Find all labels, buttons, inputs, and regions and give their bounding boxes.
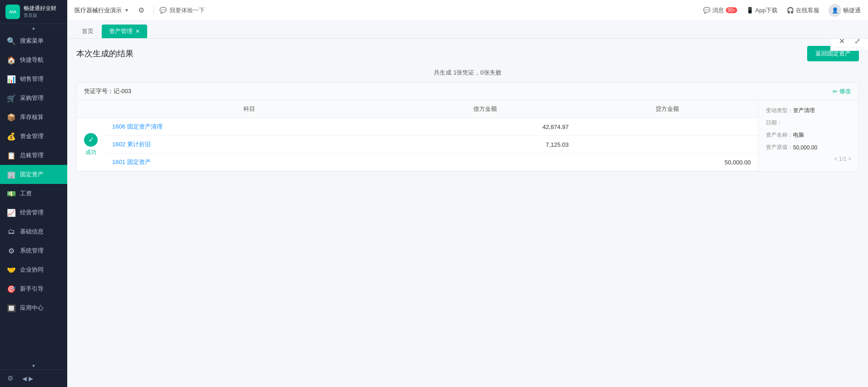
- summary-text: 共生成 1张凭证，0张失败: [434, 69, 501, 76]
- feedback-button[interactable]: 💬 我要体验一下: [159, 6, 205, 15]
- sidebar-item-enterprise[interactable]: 🤝 企业协同: [0, 260, 67, 279]
- main-area: 医疗器械行业演示 ▼ ⚙ 💬 我要体验一下 💬 消息 99+ 📱 App下载 🎧…: [67, 0, 868, 387]
- credit-2: [576, 136, 758, 154]
- change-type-label: 变动类型：: [766, 107, 793, 114]
- enterprise-icon: 🤝: [7, 266, 15, 274]
- sidebar-item-system[interactable]: ⚙ 系统管理: [0, 241, 67, 260]
- sidebar-bottom: ⚙ ◀ ▶: [0, 369, 67, 387]
- sidebar-item-guide[interactable]: 🎯 新手引导: [0, 279, 67, 298]
- voucher-body: 科目 借方金额 贷方金额 ✓ 成功: [77, 100, 858, 171]
- voucher-header: 凭证字号：记-003 ✏ 修改: [77, 83, 858, 100]
- panel-controls: ✕ ⤢: [830, 39, 868, 51]
- sidebar-item-label-sales: 销售管理: [20, 75, 44, 83]
- sidebar-scroll-down[interactable]: ▼: [0, 362, 67, 369]
- workspace-dropdown-icon[interactable]: ▼: [124, 8, 129, 13]
- sidebar-item-label-system: 系统管理: [20, 247, 44, 255]
- prev-page-icon[interactable]: <: [834, 156, 838, 162]
- user-profile[interactable]: 👤 畅捷通: [828, 4, 861, 17]
- app-logo: AtA 畅捷通好业财 普及版: [0, 0, 67, 24]
- sidebar-item-purchase[interactable]: 🛒 采购管理: [0, 89, 67, 108]
- workspace-name: 医疗器械行业演示: [74, 6, 122, 15]
- sidebar-item-salary[interactable]: 💵 工资: [0, 184, 67, 203]
- collapse-sidebar-icon[interactable]: ◀ ▶: [22, 375, 33, 382]
- tab-close-icon[interactable]: ✕: [135, 28, 140, 35]
- voucher-side-panel: 变动类型： 资产清理 日期： 资产名称： 电脑 资产原值： 50,000.00: [759, 100, 858, 171]
- sidebar-item-label-capital: 资金管理: [20, 132, 44, 140]
- page-header: 本次生成的结果 返回固定资产: [76, 46, 859, 61]
- settings-bottom-icon[interactable]: ⚙: [7, 374, 13, 382]
- account-3: 1601 固定资产: [105, 154, 394, 171]
- capital-icon: 💰: [7, 132, 15, 140]
- sidebar-item-inventory[interactable]: 📦 库存核算: [0, 108, 67, 127]
- expand-panel-button[interactable]: ⤢: [851, 39, 863, 48]
- page-content: 本次生成的结果 返回固定资产 共生成 1张凭证，0张失败 凭证字号：记-003 …: [67, 39, 868, 387]
- logo-title: 畅捷通好业财: [24, 5, 56, 12]
- sidebar-item-ledger[interactable]: 📋 总账管理: [0, 146, 67, 165]
- sidebar-item-label-fixed_assets: 固定资产: [20, 170, 44, 179]
- sidebar-item-capital[interactable]: 💰 资金管理: [0, 127, 67, 146]
- edit-voucher-button[interactable]: ✏ 修改: [833, 87, 851, 95]
- original-value-label: 资产原值：: [766, 144, 793, 151]
- quicknav-icon: 🏠: [7, 56, 15, 64]
- sidebar-nav: 🔍 搜索菜单 🏠 快捷导航 📊 销售管理 🛒 采购管理 📦 库存核算 💰 资金管…: [0, 31, 67, 362]
- notification-icon: 💬: [703, 7, 710, 14]
- workspace-selector[interactable]: 医疗器械行业演示 ▼: [74, 6, 129, 15]
- sidebar-item-label-guide: 新手引导: [20, 285, 44, 293]
- sidebar-item-fixed_assets[interactable]: 🏢 固定资产: [0, 165, 67, 184]
- table-row: 1601 固定资产 50,000.00: [77, 154, 758, 171]
- sidebar-item-label-quicknav: 快捷导航: [20, 56, 44, 64]
- sidebar-item-sales[interactable]: 📊 销售管理: [0, 69, 67, 89]
- user-avatar: 👤: [828, 4, 841, 17]
- tab-home[interactable]: 首页: [74, 25, 101, 38]
- sidebar-item-label-inventory: 库存核算: [20, 113, 44, 121]
- sidebar-item-label-enterprise: 企业协同: [20, 266, 44, 274]
- asset-name-value: 电脑: [793, 131, 804, 139]
- sidebar-item-quicknav[interactable]: 🏠 快捷导航: [0, 50, 67, 69]
- purchase-icon: 🛒: [7, 94, 15, 102]
- app-download-button[interactable]: 📱 App下载: [746, 6, 778, 15]
- topbar: 医疗器械行业演示 ▼ ⚙ 💬 我要体验一下 💬 消息 99+ 📱 App下载 🎧…: [67, 0, 868, 21]
- app-download-icon: 📱: [746, 7, 754, 14]
- voucher-table: 科目 借方金额 贷方金额 ✓ 成功: [77, 100, 758, 171]
- inventory-icon: 📦: [7, 113, 15, 121]
- logo-subtitle: 普及版: [24, 12, 56, 19]
- tab-asset-mgmt-label: 资产管理: [109, 27, 133, 35]
- next-page-icon[interactable]: >: [848, 156, 851, 162]
- sidebar-item-search[interactable]: 🔍 搜索菜单: [0, 31, 67, 50]
- sidebar-item-label-basic: 基础信息: [20, 228, 44, 236]
- voucher-table-area: 科目 借方金额 贷方金额 ✓ 成功: [77, 100, 759, 171]
- edit-icon: ✏: [833, 88, 838, 95]
- online-service-icon: 🎧: [787, 7, 794, 14]
- account-2: 1602 累计折旧: [105, 136, 394, 154]
- online-service-button[interactable]: 🎧 在线客服: [787, 6, 819, 15]
- original-value-row: 资产原值： 50,000.00: [766, 144, 851, 151]
- sidebar-item-label-operations: 经营管理: [20, 208, 44, 217]
- voucher-number: 凭证字号：记-003: [84, 87, 131, 95]
- change-type-value: 资产清理: [793, 107, 815, 114]
- topbar-settings-icon[interactable]: ⚙: [134, 4, 148, 17]
- account-1: 1606 固定资产清理: [105, 118, 394, 136]
- success-label: 成功: [84, 149, 98, 156]
- notifications-button[interactable]: 💬 消息 99+: [703, 6, 737, 15]
- debit-3: [394, 154, 576, 171]
- change-type-row: 变动类型： 资产清理: [766, 107, 851, 114]
- status-col-header: [77, 100, 105, 118]
- apps-icon: 🔲: [7, 304, 15, 312]
- tab-asset-mgmt[interactable]: 资产管理 ✕: [102, 25, 147, 38]
- ledger-icon: 📋: [7, 151, 15, 159]
- sidebar-scroll-up[interactable]: ▲: [0, 24, 67, 31]
- user-name: 畅捷通: [843, 6, 861, 15]
- sidebar-item-label-search: 搜索菜单: [20, 37, 44, 45]
- page-title: 本次生成的结果: [76, 48, 134, 59]
- sidebar-item-apps[interactable]: 🔲 应用中心: [0, 298, 67, 318]
- sidebar: AtA 畅捷通好业财 普及版 ▲ 🔍 搜索菜单 🏠 快捷导航 📊 销售管理 🛒 …: [0, 0, 67, 387]
- close-panel-button[interactable]: ✕: [835, 39, 848, 48]
- tabbar: 首页 资产管理 ✕: [67, 21, 868, 39]
- sidebar-item-operations[interactable]: 📈 经营管理: [0, 203, 67, 222]
- sidebar-item-basic[interactable]: 🗂 基础信息: [0, 222, 67, 241]
- sidebar-item-label-ledger: 总账管理: [20, 151, 44, 159]
- pagination-label: 1/1: [839, 156, 848, 162]
- debit-1: 42,874.97: [394, 118, 576, 136]
- date-row: 日期：: [766, 119, 851, 127]
- sidebar-item-label-apps: 应用中心: [20, 304, 44, 312]
